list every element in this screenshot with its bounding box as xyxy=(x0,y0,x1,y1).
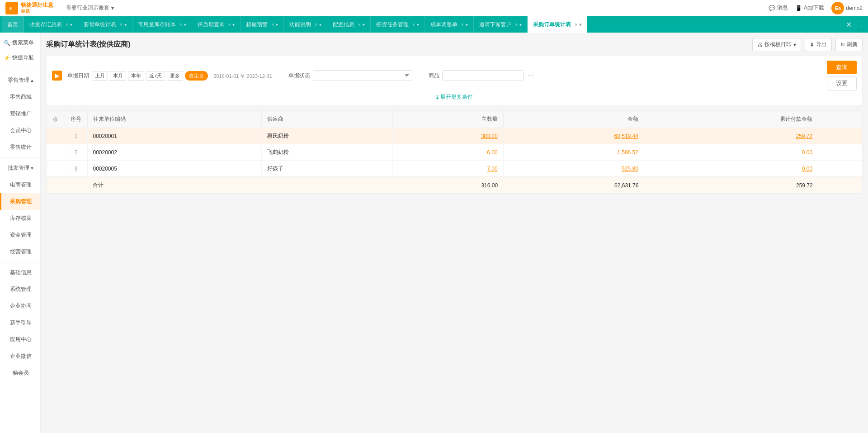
tab-close-icon[interactable]: × xyxy=(575,22,577,27)
quantity-link[interactable]: 6.00 xyxy=(398,149,498,156)
sidebar-item-wholesale-mgmt[interactable]: 批发管理 ▼ xyxy=(0,160,40,176)
date-range-display: 2016-01-01 至 2023-12-31 xyxy=(213,71,272,80)
tab-yaohuo[interactable]: 要货单统计表 × ▾ xyxy=(78,16,132,33)
tab-label: 要货单统计表 xyxy=(84,21,116,29)
tab-close-icon[interactable]: × xyxy=(66,22,68,27)
sidebar-item-operations[interactable]: 经营管理 xyxy=(0,243,40,260)
logo-area: 6 畅捷通好生意 标题 xyxy=(5,2,53,14)
sidebar-item-member-center[interactable]: 会员中心 xyxy=(0,122,40,139)
paid-link[interactable]: 259.72 xyxy=(650,133,812,139)
sidebar-item-system-mgmt[interactable]: 系统管理 xyxy=(0,281,40,298)
tab-close-icon[interactable]: × xyxy=(179,22,182,27)
filter-toggle-arrow-button[interactable]: ▶ xyxy=(52,71,62,81)
table-header-row: ⚙ 序号 往来单位编码 供应商 主数量 金额 累计付款金额 xyxy=(47,111,862,128)
main-layout: 🔍 搜索菜单 ⚡ 快捷导航 零售管理 ▲ 零售商城 营销推广 会员中心 零售统计… xyxy=(0,33,868,433)
data-table: ⚙ 序号 往来单位编码 供应商 主数量 金额 累计付款金额 1 xyxy=(47,111,862,193)
date-btn-last-month[interactable]: 上月 xyxy=(92,71,108,81)
paid-link[interactable]: 0.00 xyxy=(650,166,812,172)
date-btn-7days[interactable]: 近7天 xyxy=(146,71,165,81)
message-icon-area[interactable]: 💬 消息 xyxy=(769,4,788,12)
sidebar-item-label: 营销推广 xyxy=(10,110,32,117)
tab-yaoqing[interactable]: 邀请下游客户 × ▾ xyxy=(474,16,528,33)
date-btn-this-month[interactable]: 本月 xyxy=(110,71,126,81)
td-no: 2 xyxy=(65,144,87,161)
tab-caigou-active[interactable]: 采购订单统计表 × ▾ xyxy=(528,16,587,33)
tab-close-icon[interactable]: × xyxy=(461,22,464,27)
amount-link[interactable]: 1,586.52 xyxy=(509,149,638,156)
refresh-button[interactable]: ↻ 刷新 xyxy=(835,38,863,51)
tab-close-icon[interactable]: × xyxy=(271,22,274,27)
search-icon: 🔍 xyxy=(4,40,10,46)
tab-chaochuyujing[interactable]: 超储预警 × ▾ xyxy=(241,16,284,33)
sidebar-quick-nav[interactable]: ⚡ 快捷导航 xyxy=(0,51,40,64)
tab-label: 保质期查询 xyxy=(198,21,225,29)
amount-link[interactable]: 60,519.44 xyxy=(509,133,638,139)
th-settings[interactable]: ⚙ xyxy=(47,111,65,128)
sidebar-item-finance[interactable]: 资金管理 xyxy=(0,227,40,243)
th-supplier: 供应商 xyxy=(261,111,392,128)
sidebar-item-marketing[interactable]: 营销推广 xyxy=(0,105,40,122)
footer-paid-amount: 259.72 xyxy=(644,177,818,193)
tab-gongneng[interactable]: 功能说明 × ▾ xyxy=(284,16,327,33)
tab-close-icon[interactable]: × xyxy=(228,22,231,27)
sidebar-item-retail-stats[interactable]: 零售统计 xyxy=(0,139,40,156)
tab-peizhi[interactable]: 配置信息 × ▾ xyxy=(327,16,371,33)
sidebar-item-basic-info[interactable]: 基础信息 xyxy=(0,264,40,281)
nav-icon: ⚡ xyxy=(4,55,10,61)
nav-tabs: 首页 收发存汇总表 × ▾ 要货单统计表 × ▾ 可用量库存账本 × ▾ 保质期… xyxy=(0,16,868,33)
query-button[interactable]: 查询 xyxy=(827,61,857,74)
date-btn-more[interactable]: 更多 xyxy=(167,71,183,81)
tab-jianhuo[interactable]: 拣货任务管理 × ▾ xyxy=(371,16,425,33)
tab-home[interactable]: 首页 xyxy=(2,16,24,33)
workspace-selector[interactable]: 母婴行业演示账套 ▾ xyxy=(66,4,114,12)
user-area[interactable]: Ea demo2 xyxy=(831,2,863,14)
tab-chengben[interactable]: 成本调整单 × ▾ xyxy=(425,16,474,33)
settings-gear-icon[interactable]: ⚙ xyxy=(52,116,58,123)
paid-link[interactable]: 0.00 xyxy=(650,149,812,156)
filter-action-buttons: 查询 设置 xyxy=(827,61,857,90)
tab-label: 收发存汇总表 xyxy=(29,21,62,29)
sidebar-item-label: 企业协同 xyxy=(10,303,32,309)
tab-close-icon[interactable]: × xyxy=(515,22,518,27)
status-select[interactable] xyxy=(313,70,412,81)
tab-close-icon[interactable]: × xyxy=(120,22,123,27)
filter-row: ▶ 单据日期 上月 本月 本年 近7天 更多 自定义 2016-01-0 xyxy=(52,61,857,90)
td-paid-amount: 259.72 xyxy=(644,128,818,144)
sidebar-item-vip[interactable]: 畅会员 xyxy=(0,365,40,381)
sidebar-item-retail-mgmt[interactable]: 零售管理 ▲ xyxy=(0,72,40,89)
sidebar-item-cooperation[interactable]: 企业协同 xyxy=(0,298,40,314)
sidebar-item-ecommerce[interactable]: 电商管理 xyxy=(0,176,40,193)
tab-keyongliang[interactable]: 可用量库存账本 × ▾ xyxy=(132,16,192,33)
date-btn-this-year[interactable]: 本年 xyxy=(128,71,144,81)
app-download-area[interactable]: 📱 App下载 xyxy=(795,4,824,12)
tab-close-icon[interactable]: × xyxy=(358,22,361,27)
td-supplier: 好孩子 xyxy=(261,161,392,177)
export-button[interactable]: ⬇ 导出 xyxy=(805,38,832,51)
sidebar: 🔍 搜索菜单 ⚡ 快捷导航 零售管理 ▲ 零售商城 营销推广 会员中心 零售统计… xyxy=(0,33,41,433)
date-btn-custom[interactable]: 自定义 xyxy=(185,71,208,81)
sidebar-item-retail-mall[interactable]: 零售商城 xyxy=(0,89,40,105)
td-supplier: 飞鹤奶粉 xyxy=(261,144,392,161)
goods-more-btn[interactable]: ··· xyxy=(526,71,536,80)
tab-baozhi[interactable]: 保质期查询 × ▾ xyxy=(192,16,241,33)
tab-close-icon[interactable]: × xyxy=(315,22,317,27)
sidebar-item-app-center[interactable]: 应用中心 xyxy=(0,331,40,348)
sidebar-item-wechat[interactable]: 企业微信 xyxy=(0,348,40,365)
quantity-link[interactable]: 303.00 xyxy=(398,133,498,139)
sidebar-search[interactable]: 🔍 搜索菜单 xyxy=(0,36,40,49)
tab-close-icon[interactable]: × xyxy=(412,22,415,27)
sidebar-item-purchase-mgmt[interactable]: 采购管理 xyxy=(0,193,40,210)
amount-link[interactable]: 525.80 xyxy=(509,166,638,172)
sidebar-item-new-guide[interactable]: 新手引导 xyxy=(0,314,40,331)
expand-more-button[interactable]: ⊻ 展开更多条件 xyxy=(436,93,473,101)
sidebar-item-label: 应用中心 xyxy=(10,336,32,343)
tab-shoufacun[interactable]: 收发存汇总表 × ▾ xyxy=(24,16,78,33)
print-button[interactable]: 🖨 按模板打印 ▾ xyxy=(752,38,801,51)
goods-input[interactable] xyxy=(442,70,524,81)
sidebar-item-inventory[interactable]: 库存核算 xyxy=(0,210,40,227)
filter-settings-button[interactable]: 设置 xyxy=(827,76,857,90)
sidebar-nav-label: 快捷导航 xyxy=(12,54,34,62)
quantity-link[interactable]: 7.00 xyxy=(398,166,498,172)
nav-restore-btn[interactable]: ⛶ xyxy=(855,20,863,29)
nav-close-all-btn[interactable]: ✕ xyxy=(846,20,852,29)
